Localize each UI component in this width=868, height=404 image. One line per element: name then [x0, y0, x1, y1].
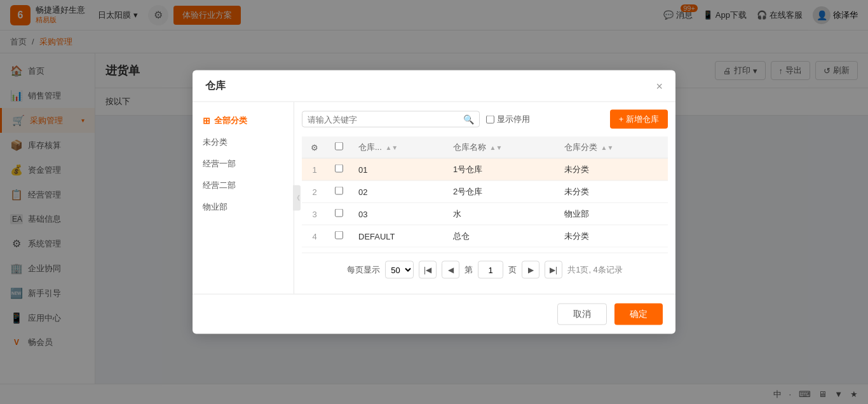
page-label: 第	[465, 264, 473, 276]
row-code: 02	[351, 180, 445, 203]
row-num: 1	[302, 158, 327, 180]
row-category: 未分类	[557, 158, 668, 180]
col-settings[interactable]: ⚙	[302, 137, 327, 159]
row-category: 未分类	[557, 225, 668, 247]
row-code: 01	[351, 158, 445, 180]
modal-close-button[interactable]: ×	[656, 80, 663, 91]
add-warehouse-button[interactable]: + 新增仓库	[610, 110, 668, 129]
row-category: 物业部	[557, 203, 668, 225]
sort-icon: ▲▼	[601, 144, 614, 151]
table-body: 1 01 1号仓库 未分类 2 02 2号仓库 未分类	[302, 158, 668, 247]
sort-icon: ▲▼	[490, 144, 503, 151]
table-header: ⚙ 仓库... ▲▼ 仓库名称 ▲▼	[302, 137, 668, 159]
row-checkbox[interactable]	[327, 203, 351, 225]
row-name: 1号仓库	[445, 158, 557, 180]
per-page-label: 每页显示	[347, 264, 380, 276]
show-disabled-checkbox[interactable]	[486, 115, 494, 123]
col-category[interactable]: 仓库分类 ▲▼	[557, 137, 668, 159]
category-all-label: 全部分类	[214, 115, 247, 126]
confirm-button[interactable]: 确定	[614, 304, 663, 325]
first-page-button[interactable]: |◀	[419, 261, 437, 279]
table-row[interactable]: 2 02 2号仓库 未分类	[302, 180, 668, 203]
table-row[interactable]: 4 DEFAULT 总仓 未分类	[302, 225, 668, 247]
row-num: 2	[302, 180, 327, 203]
sort-icon: ▲▼	[385, 144, 398, 151]
category-item-unclassified[interactable]: 未分类	[193, 131, 294, 153]
search-input[interactable]	[308, 114, 463, 124]
modal-footer: 取消 确定	[193, 294, 675, 334]
col-name[interactable]: 仓库名称 ▲▼	[445, 137, 557, 159]
warehouse-content: 🔍 显示停用 + 新增仓库 ⚙	[294, 102, 675, 294]
row-code: 03	[351, 203, 445, 225]
category-collapse-button[interactable]: 《	[293, 185, 301, 211]
row-name: 总仓	[445, 225, 557, 247]
warehouse-modal: 仓库 × ⊞ 全部分类 未分类 经营一部 经营二部 物业部 《	[193, 71, 675, 334]
warehouse-toolbar: 🔍 显示停用 + 新增仓库	[302, 110, 668, 129]
category-panel: ⊞ 全部分类 未分类 经营一部 经营二部 物业部 《	[193, 102, 294, 294]
close-icon: ×	[656, 79, 663, 92]
warehouse-table: ⚙ 仓库... ▲▼ 仓库名称 ▲▼	[302, 137, 668, 248]
row-checkbox[interactable]	[327, 158, 351, 180]
settings-icon: ⚙	[311, 142, 318, 152]
select-all-checkbox[interactable]	[335, 142, 343, 151]
category-item-dept2[interactable]: 经营二部	[193, 175, 294, 196]
per-page-select[interactable]: 50	[385, 261, 414, 279]
row-code: DEFAULT	[351, 225, 445, 247]
prev-page-button[interactable]: ◀	[442, 261, 459, 279]
row-name: 水	[445, 203, 557, 225]
row-checkbox[interactable]	[327, 225, 351, 247]
modal-body: ⊞ 全部分类 未分类 经营一部 经营二部 物业部 《 🔍	[193, 102, 675, 294]
category-item-dept1[interactable]: 经营一部	[193, 153, 294, 175]
page-input[interactable]	[478, 261, 503, 279]
row-num: 4	[302, 225, 327, 247]
table: ⚙ 仓库... ▲▼ 仓库名称 ▲▼	[302, 137, 668, 248]
pagination: 每页显示 50 |◀ ◀ 第 页 ▶ ▶| 共1页, 4条记录	[302, 253, 668, 286]
row-num: 3	[302, 203, 327, 225]
cancel-button[interactable]: 取消	[557, 304, 607, 325]
search-icon[interactable]: 🔍	[463, 114, 474, 125]
next-page-button[interactable]: ▶	[522, 261, 539, 279]
total-info: 共1页, 4条记录	[567, 264, 623, 276]
search-input-wrap: 🔍	[302, 111, 480, 128]
grid-icon: ⊞	[203, 116, 210, 126]
category-all-header[interactable]: ⊞ 全部分类	[193, 110, 294, 131]
table-row[interactable]: 1 01 1号仓库 未分类	[302, 158, 668, 180]
row-category: 未分类	[557, 180, 668, 203]
row-checkbox[interactable]	[327, 180, 351, 203]
col-checkbox	[327, 137, 351, 159]
show-disabled-label[interactable]: 显示停用	[486, 114, 530, 125]
table-row[interactable]: 3 03 水 物业部	[302, 203, 668, 225]
modal-title: 仓库	[205, 79, 226, 93]
last-page-button[interactable]: ▶|	[545, 261, 562, 279]
page-suffix: 页	[508, 264, 517, 276]
category-item-property[interactable]: 物业部	[193, 196, 294, 218]
col-code[interactable]: 仓库... ▲▼	[351, 137, 445, 159]
row-name: 2号仓库	[445, 180, 557, 203]
modal-header: 仓库 ×	[193, 71, 675, 102]
